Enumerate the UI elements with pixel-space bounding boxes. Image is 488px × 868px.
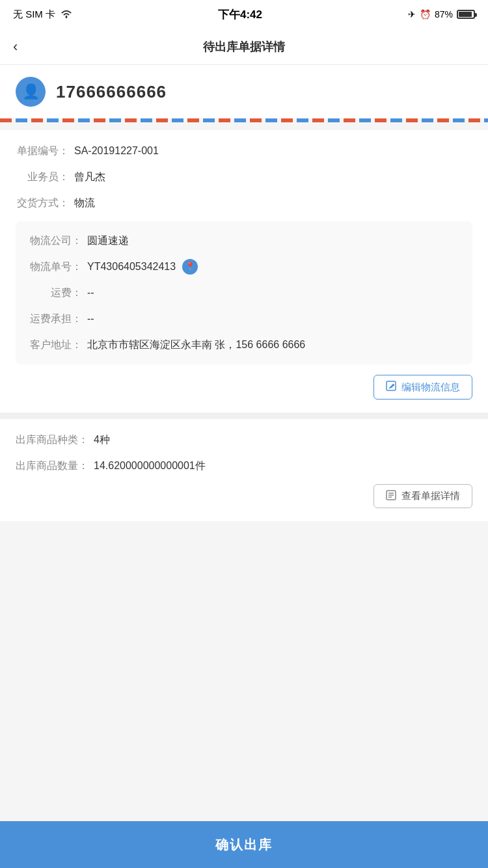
view-details-container: 查看单据详情 [16,484,472,508]
product-types-row: 出库商品种类： 4种 [16,432,472,448]
confirm-outbound-button[interactable]: 确认出库 [215,836,273,854]
logistics-company-label: 物流公司： [29,233,87,249]
dashed-divider [0,118,488,122]
product-quantity-label: 出库商品数量： [16,458,94,474]
edit-logistics-label: 编辑物流信息 [401,381,460,394]
salesman-value: 曾凡杰 [74,169,472,185]
order-info-section: 单据编号： SA-20191227-001 业务员： 曾凡杰 交货方式： 物流 … [0,130,488,413]
status-left: 无 SIM 卡 [13,8,72,21]
freight-bearer-row: 运费承担： -- [29,311,459,327]
back-button[interactable]: ‹ [13,38,18,55]
freight-row: 运费： -- [29,285,459,301]
salesman-row: 业务员： 曾凡杰 [16,169,472,185]
user-phone: 17666666666 [56,82,167,102]
location-status-icon: ✈ [408,9,416,20]
product-section: 出库商品种类： 4种 出库商品数量： 14.620000000000001件 查… [0,419,488,521]
product-quantity-row: 出库商品数量： 14.620000000000001件 [16,458,472,474]
section-divider [0,413,488,419]
view-details-label: 查看单据详情 [401,490,460,502]
view-details-button[interactable]: 查看单据详情 [373,484,472,508]
wifi-icon [61,9,72,20]
logistics-card: 物流公司： 圆通速递 物流单号： YT4306405342413 📍 运费： -… [16,221,472,364]
status-bar: 无 SIM 卡 下午4:42 ✈ ⏰ 87% [0,0,488,29]
delivery-method-value: 物流 [74,195,472,211]
address-label: 客户地址： [29,337,87,353]
document-number-row: 单据编号： SA-20191227-001 [16,143,472,159]
tracking-number-value: YT4306405342413 📍 [87,259,459,275]
confirm-button-bar: 确认出库 [0,821,488,868]
product-types-value: 4种 [94,432,472,448]
delivery-method-row: 交货方式： 物流 [16,195,472,211]
freight-bearer-value: -- [87,311,459,327]
map-pin-icon[interactable]: 📍 [182,259,198,275]
battery-bar [457,10,475,19]
freight-value: -- [87,285,459,301]
edit-logistics-button[interactable]: 编辑物流信息 [373,375,472,400]
product-types-label: 出库商品种类： [16,432,94,448]
salesman-label: 业务员： [16,169,74,185]
delivery-method-label: 交货方式： [16,195,74,211]
nav-bar: ‹ 待出库单据详情 [0,29,488,65]
document-number-label: 单据编号： [16,143,74,159]
product-quantity-value: 14.620000000000001件 [94,458,472,474]
freight-bearer-label: 运费承担： [29,311,87,327]
edit-logistics-container: 编辑物流信息 [16,375,472,400]
user-row: 👤 17666666666 [0,65,488,118]
user-avatar: 👤 [16,77,46,107]
avatar-icon: 👤 [22,83,40,100]
alarm-icon: ⏰ [420,9,431,20]
page-title: 待出库单据详情 [203,39,285,55]
document-number-value: SA-20191227-001 [74,143,472,159]
freight-label: 运费： [29,285,87,301]
battery-percent: 87% [435,9,453,20]
status-time: 下午4:42 [218,7,262,22]
edit-icon [386,381,396,394]
address-row: 客户地址： 北京市市辖区海淀区永丰南 张，156 6666 6666 [29,337,459,353]
carrier-label: 无 SIM 卡 [13,8,55,21]
tracking-number-label: 物流单号： [29,259,87,275]
details-icon [386,490,396,502]
bottom-space [0,521,488,625]
logistics-company-value: 圆通速递 [87,233,459,249]
tracking-number-row: 物流单号： YT4306405342413 📍 [29,259,459,275]
logistics-company-row: 物流公司： 圆通速递 [29,233,459,249]
status-right: ✈ ⏰ 87% [408,9,475,20]
address-value: 北京市市辖区海淀区永丰南 张，156 6666 6666 [87,337,459,353]
